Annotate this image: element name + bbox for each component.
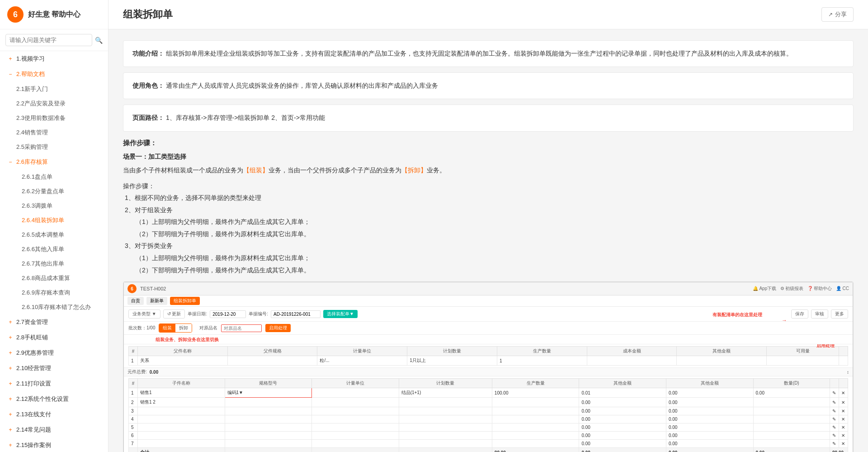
- share-button[interactable]: ↗ 分享: [821, 7, 854, 22]
- mock-tab-new[interactable]: 新新单: [146, 297, 167, 305]
- sidebar-item-262[interactable]: 2.6.2分量盘点单: [0, 184, 108, 199]
- expand-icon: [7, 365, 14, 371]
- table-row: 6 0.00 0.00 ✎ ✕: [129, 432, 848, 440]
- expand-icon: [7, 396, 14, 402]
- sidebar-item-print[interactable]: 2.11打印设置: [0, 376, 108, 391]
- expand-icon: [7, 334, 14, 341]
- logo-text: 好生意 帮助中心: [28, 10, 80, 19]
- table-row: # 父件名称 父件规格 计量单位 计划数量 生产数量 成本金额 其他金额 可用量: [129, 347, 848, 356]
- mock-date-input[interactable]: [210, 310, 246, 318]
- nav-section: 1.视频学习 2.帮助文档 2.1新手入门 2.2产品安装及登录 2.3使用前数…: [0, 51, 108, 452]
- mock-top-bar: 6 TEST-H002 🔔 App下载 ⚙ 初级报表 ❓ 帮助中心 👤 CC: [124, 282, 853, 295]
- step2-2: （2）下部明细为子件明细，最终作为原材料生成其它出库单。: [136, 228, 854, 240]
- sidebar-sub-label: 2.1新手入门: [16, 85, 48, 93]
- path-text: 1、库存核算->库存管理->组装拆卸单 2、首页->常用功能: [166, 114, 325, 121]
- sidebar-item-label: 2.6库存核算: [16, 158, 48, 166]
- mock-bill-input[interactable]: [271, 310, 321, 318]
- intro-card: 功能介绍： 组装拆卸单用来处理企业组装或拆卸等加工业务，支持有固定装配清单的产品…: [123, 40, 854, 67]
- sidebar: 6 好生意 帮助中心 🔍 1.视频学习 2.帮助文档 2.1新手入门 2.2产品…: [0, 0, 108, 452]
- sidebar-item-mobile[interactable]: 2.8手机旺铺: [0, 330, 108, 345]
- sidebar-item-263[interactable]: 2.6.3调拨单: [0, 199, 108, 213]
- step2: 2、对于组装业务: [125, 204, 854, 216]
- step3: 3、对于拆类业务: [125, 240, 854, 252]
- table-row: 1 销售1 编码1▼ 结品(1+1) 100.00 0.01 0.00 0.00…: [129, 388, 848, 398]
- mock-btn-bom[interactable]: 选择装配单▼: [323, 310, 358, 318]
- table-row: 5 0.00 0.00 ✎ ✕: [129, 423, 848, 432]
- mock-logo: 6: [127, 284, 137, 293]
- search-input[interactable]: [5, 34, 92, 46]
- sidebar-item-docs[interactable]: 2.帮助文档: [0, 67, 108, 82]
- mock-stock-label: 对原品名: [199, 325, 217, 331]
- sidebar-item-label: 2.帮助文档: [16, 70, 45, 78]
- mock-btn-more[interactable]: 更多: [831, 309, 848, 319]
- mock-tab-active[interactable]: 组装拆卸单: [170, 297, 200, 305]
- sidebar-item-newbie[interactable]: 2.1新手入门: [0, 82, 108, 96]
- mock-stock-input[interactable]: [221, 324, 262, 332]
- sidebar-sub-label: 2.2产品安装及登录: [16, 100, 66, 108]
- sidebar-header: 6 好生意 帮助中心: [0, 0, 108, 29]
- sidebar-item-2610[interactable]: 2.6.10库存账本错了怎么办: [0, 300, 108, 314]
- sidebar-item-coupon[interactable]: 2.9优惠券管理: [0, 345, 108, 361]
- scenario1-desc: 当由多个子件材料组装成一个成品的业务为【组装】业务，当由一个父件拆分成多个子产品…: [123, 165, 854, 176]
- sidebar-item-label: 1.视频学习: [16, 55, 45, 63]
- sidebar-item-video[interactable]: 1.视频学习: [0, 51, 108, 67]
- role-card: 使用角色： 通常由生产人员或库管人员完成拆装业务的操作，库管人员确认原材料的出库…: [123, 72, 854, 99]
- step1: 1、根据不同的业务，选择不同单据的类型来处理: [125, 192, 854, 204]
- sidebar-item-system[interactable]: 2.12系统个性化设置: [0, 391, 108, 407]
- sidebar-item-ops[interactable]: 2.10经营管理: [0, 361, 108, 376]
- sidebar-item-sales[interactable]: 2.4销售管理: [0, 125, 108, 140]
- mock-tab-home[interactable]: 自贡: [127, 297, 144, 305]
- content-body: 功能介绍： 组装拆卸单用来处理企业组装或拆卸等加工业务，支持有固定装配清单的产品…: [108, 29, 868, 452]
- table-row: 2 销售1 2 0.00 0.00 ✎ ✕: [129, 398, 848, 407]
- intro-label: 功能介绍：: [132, 50, 164, 57]
- steps-title: 操作步骤：: [123, 139, 854, 147]
- mock-screenshot: 6 TEST-H002 🔔 App下载 ⚙ 初级报表 ❓ 帮助中心 👤 CC 自…: [123, 282, 853, 452]
- mock-btn-enable[interactable]: 启用处理: [265, 324, 291, 332]
- expand-icon: [7, 56, 14, 62]
- sidebar-item-inventory[interactable]: 2.6库存核算: [0, 154, 108, 170]
- mock-type-switcher: 组装 拆卸: [159, 324, 192, 333]
- sidebar-item-269[interactable]: 2.6.9库存账本查询: [0, 285, 108, 300]
- expand-icon: [7, 381, 14, 387]
- mock-btn-type[interactable]: 业务类型 ▼: [128, 309, 160, 319]
- sidebar-item-payment[interactable]: 2.13在线支付: [0, 407, 108, 422]
- mock-section-divider: 元件总费: 0.00 ↕: [124, 367, 853, 376]
- sidebar-item-265[interactable]: 2.6.5成本调整单: [0, 228, 108, 242]
- mock-qty-label: 批次数：1/00: [128, 325, 155, 331]
- steps-section: 操作步骤： 场景一：加工类型选择 当由多个子件材料组装成一个成品的业务为【组装】…: [123, 139, 854, 276]
- step-list: 1、根据不同的业务，选择不同单据的类型来处理 2、对于组装业务 （1）上部明细为…: [123, 192, 854, 276]
- sidebar-item-purchase[interactable]: 2.5采购管理: [0, 140, 108, 154]
- sidebar-item-266[interactable]: 2.6.6其他入库单: [0, 242, 108, 257]
- expand-icon: [7, 319, 14, 325]
- sidebar-item-fund[interactable]: 2.7资金管理: [0, 314, 108, 330]
- mock-type-row: 批次数：1/00 组装 拆卸 对原品名 启用处理 有装配清单的在这里处理 → 启…: [124, 322, 853, 335]
- mock-btn-audit[interactable]: 审核: [811, 309, 828, 319]
- mock-type-assemble[interactable]: 组装: [159, 324, 175, 332]
- step3-2: （2）下部明细为子件明细，最终作为产成品生成其它入库单。: [136, 264, 854, 276]
- sidebar-item-prepare[interactable]: 2.3使用前数据准备: [0, 111, 108, 125]
- share-icon: ↗: [828, 11, 833, 18]
- mock-company: TEST-H002: [140, 286, 166, 291]
- mock-btn-save[interactable]: 保存: [791, 309, 808, 319]
- sidebar-sub-label: 2.3使用前数据准备: [16, 114, 66, 122]
- path-label: 页面路径：: [132, 114, 164, 121]
- sidebar-item-268[interactable]: 2.6.8商品成本重算: [0, 271, 108, 285]
- mock-type-dismantle[interactable]: 拆卸: [175, 324, 192, 332]
- sidebar-item-install[interactable]: 2.2产品安装及登录: [0, 96, 108, 111]
- main-content: 组装拆卸单 ↗ 分享 功能介绍： 组装拆卸单用来处理企业组装或拆卸等加工业务，支…: [108, 0, 868, 452]
- mock-upper-table-area: # 父件名称 父件规格 计量单位 计划数量 生产数量 成本金额 其他金额 可用量: [124, 344, 853, 367]
- sidebar-item-267[interactable]: 2.6.7其他出库单: [0, 257, 108, 271]
- mock-date-label: 单据日期:: [188, 311, 207, 317]
- sidebar-item-cases[interactable]: 2.15操作案例: [0, 438, 108, 452]
- sidebar-sub-label: 2.5采购管理: [16, 143, 48, 151]
- sidebar-item-264[interactable]: 2.6.4组装拆卸单: [0, 213, 108, 228]
- mock-btn-filter[interactable]: ↺ 更新: [163, 309, 185, 319]
- table-footer-row: 合计 89.00 0.00 0.00 0.00 89.00: [129, 448, 848, 452]
- sidebar-item-261[interactable]: 2.6.1盘点单: [0, 170, 108, 184]
- expand-icon: [7, 427, 14, 433]
- path-card: 页面路径： 1、库存核算->库存管理->组装拆卸单 2、首页->常用功能: [123, 105, 854, 131]
- role-text: 通常由生产人员或库管人员完成拆装业务的操作，库管人员确认原材料的出库和产成品的入…: [166, 82, 438, 89]
- search-button[interactable]: 🔍: [95, 37, 103, 44]
- sidebar-item-faq[interactable]: 2.14常见问题: [0, 422, 108, 438]
- steps-label: 操作步骤：: [123, 181, 854, 192]
